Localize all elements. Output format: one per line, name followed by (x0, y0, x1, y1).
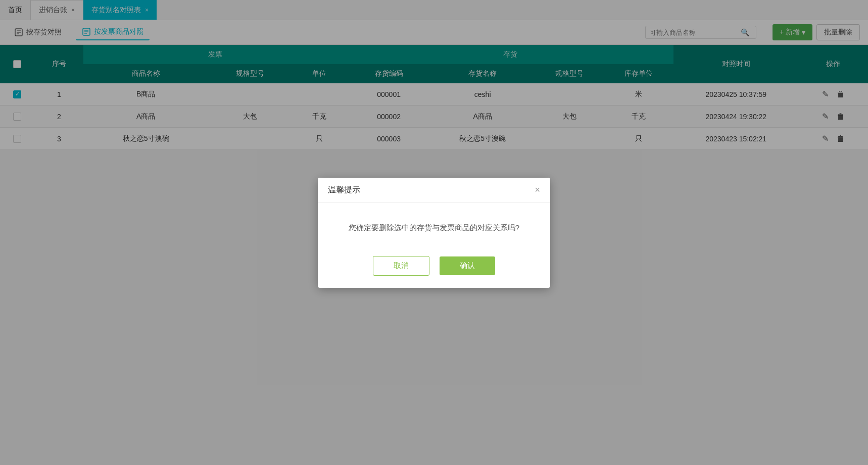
dialog-overlay: 温馨提示 × 您确定要删除选中的存货与发票商品的对应关系吗? 取消 确认 (0, 0, 868, 150)
